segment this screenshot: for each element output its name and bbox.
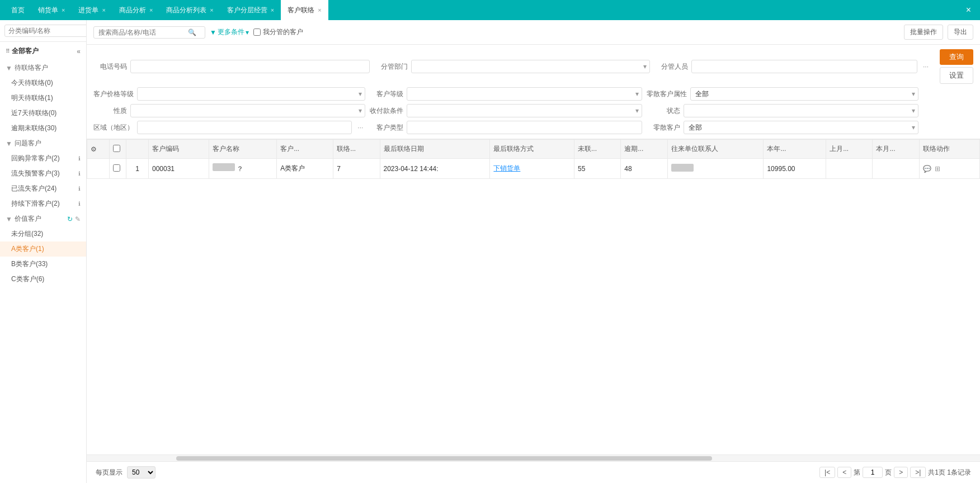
sidebar-item-overdue[interactable]: 逾期未联络(30) [0,121,86,136]
status-select[interactable] [684,104,918,117]
sidebar-item-churned[interactable]: 已流失客户(24) ℹ [0,181,86,196]
horizontal-scrollbar[interactable] [87,454,980,461]
sidebar-item-7days[interactable]: 近7天待联络(0) [0,106,86,121]
price-tier-select-wrap [137,87,365,101]
filter-field-payment: 收付款条件 [370,104,642,117]
th-last-month: 上月... [826,140,873,159]
per-page-select[interactable]: 50 100 [127,466,156,479]
sidebar-item-declining[interactable]: 持续下滑客户(2) ℹ [0,196,86,211]
info-icon-1: ℹ [78,155,81,162]
region-more-btn[interactable]: ··· [355,124,365,131]
ctype-label: 客户类型 [370,123,403,132]
nav-home[interactable]: 首页 [4,0,31,20]
search-icon[interactable]: 🔍 [188,29,196,36]
dept-label: 分管部门 [374,62,408,72]
close-all-btn[interactable]: × [962,5,976,15]
region-input[interactable] [137,121,352,134]
nav-product-analysis[interactable]: 商品分析 × [112,0,159,20]
refresh-icon[interactable]: ↻ [67,215,73,223]
sidebar-item-today[interactable]: 今天待联络(0) [0,75,86,91]
retail2-select-wrap: 全部 [684,121,918,134]
sidebar-collapse-icon[interactable]: « [77,48,81,55]
page-input[interactable] [863,467,883,478]
sidebar-group-pending[interactable]: ▼ 待联络客户 [0,60,86,75]
nav-customer-contact[interactable]: 客户联络 × [281,0,328,20]
price-tier-label: 客户价格等级 [93,89,134,99]
ctype-input[interactable] [407,121,642,134]
td-check [110,159,126,179]
sidebar-item-a-class[interactable]: A类客户(1) [0,242,86,257]
phone-input[interactable] [130,60,370,73]
grid-icon[interactable]: ⊞ [935,165,940,173]
table-body: 1 000031 ？ A类客户 7 2023-04-12 14:44: 下销货单… [87,159,980,179]
sidebar-item-unclassified[interactable]: 未分组(32) [0,226,86,242]
nav-sales[interactable]: 销货单 × [31,0,72,20]
nav-product-list[interactable]: 商品分析列表 × [159,0,220,20]
close-sales[interactable]: × [62,7,65,13]
sidebar-search-input[interactable] [4,25,87,37]
chat-icon[interactable]: 💬 [923,165,931,173]
manager-input[interactable] [691,60,917,73]
export-btn[interactable]: 导出 [948,25,973,40]
search-input[interactable] [98,29,188,36]
last-page-btn[interactable]: >| [910,467,926,478]
data-table: ⚙ 客户编码 客户名称 客户... 联络... 最后联络日期 最后联络方式 未联… [87,139,980,179]
sidebar-item-churn-warning[interactable]: 流失预警客户(3) ℹ [0,166,86,181]
page-label-prefix: 第 [854,468,860,477]
sidebar-item-repurchase-abnormal[interactable]: 回购异常客户(2) ℹ [0,151,86,166]
payment-select[interactable] [407,104,642,117]
th-unit-contact: 往来单位联系人 [667,140,764,159]
price-tier-select[interactable] [137,87,365,101]
filter-field-region: 区域（地区） ··· [93,121,365,134]
close-customer-tier[interactable]: × [271,7,274,13]
filter-row-4: 区域（地区） ··· 客户类型 零散客户 全部 [93,121,973,134]
manager-more-btn[interactable]: ··· [921,63,931,70]
filter-row-3: 性质 收付款条件 状态 [93,104,973,117]
prev-page-btn[interactable]: < [837,467,851,478]
nav-customer-tier[interactable]: 客户分层经营 × [220,0,281,20]
customer-tier-label: 客户等级 [370,89,403,99]
th-settings[interactable]: ⚙ [87,140,110,159]
close-product-list[interactable]: × [210,7,213,13]
next-page-btn[interactable]: > [894,467,908,478]
first-page-btn[interactable]: |< [819,467,835,478]
th-last-method: 最后联络方式 [490,140,574,159]
more-conditions-btn[interactable]: ▼ 更多条件 ▾ [210,27,249,37]
sidebar-item-c-class[interactable]: C类客户(6) [0,272,86,287]
td-name[interactable]: ？ [209,159,277,179]
customer-tier-select[interactable] [407,87,642,101]
table-header: ⚙ 客户编码 客户名称 客户... 联络... 最后联络日期 最后联络方式 未联… [87,140,980,159]
sidebar-item-b-class[interactable]: B类客户(33) [0,257,86,272]
sidebar-group-problem[interactable]: ▼ 问题客户 [0,136,86,151]
retail-attr-select[interactable]: 全部 [690,87,918,101]
close-purchase[interactable]: × [102,7,105,13]
row-checkbox[interactable] [113,164,120,172]
td-last-method[interactable]: 下销货单 [490,159,574,179]
sidebar-item-tomorrow[interactable]: 明天待联络(1) [0,91,86,106]
top-nav: 首页 销货单 × 进货单 × 商品分析 × 商品分析列表 × 客户分层经营 × … [0,0,980,20]
close-customer-contact[interactable]: × [318,7,321,13]
my-customers-checkbox-label[interactable]: 我分管的客户 [253,27,303,37]
filter-field-phone: 电话号码 [93,60,370,73]
name-blurred [213,163,235,171]
sidebar-all-customers-header: ⠿ 全部客户 « [0,42,86,60]
close-product-analysis[interactable]: × [149,7,153,13]
nature-select[interactable] [130,104,365,117]
per-page-label: 每页显示 [96,468,123,477]
settings-btn[interactable]: 设置 [940,67,973,84]
th-this-month: 本月... [873,140,919,159]
sidebar-group-value[interactable]: ▼ 价值客户 ↻ ✎ [0,211,86,226]
select-all-checkbox[interactable] [113,145,120,152]
batch-op-btn[interactable]: 批量操作 [904,25,943,40]
dept-select[interactable] [411,60,651,73]
my-customers-checkbox[interactable] [253,29,261,36]
query-btn[interactable]: 查询 [940,49,973,65]
dept-select-wrap [411,60,651,73]
scrollbar-thumb[interactable] [176,456,712,461]
payment-select-wrap [407,104,642,117]
last-method-link[interactable]: 下销货单 [493,164,520,172]
nav-purchase[interactable]: 进货单 × [72,0,112,20]
retail2-select[interactable]: 全部 [684,121,918,134]
th-this-year: 本年... [764,140,826,159]
edit-icon[interactable]: ✎ [75,215,81,223]
